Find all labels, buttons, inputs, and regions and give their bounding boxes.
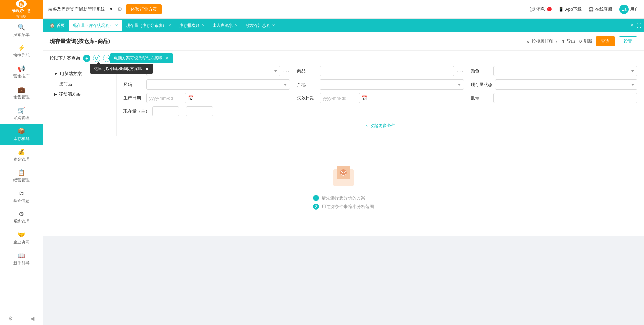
app-download-button[interactable]: 📱 App下载 (558, 6, 582, 12)
goods-dots[interactable]: ··· (457, 68, 464, 75)
expire-date-calendar-icon[interactable]: 📅 (361, 95, 367, 101)
settings-button[interactable]: ⚙ (8, 315, 13, 322)
tab-home[interactable]: 🏠 首页 (46, 20, 69, 31)
sidebar-item-sales[interactable]: 💼销售管理 (0, 83, 43, 103)
size-label: 尺码 (123, 82, 144, 88)
size-field: 尺码 (123, 79, 290, 90)
scheme-desktop-child[interactable]: 按商品 (50, 79, 116, 89)
collapse-button[interactable]: ∧ 收起更多条件 (365, 123, 396, 129)
qty-field: 现存量（主） — (123, 106, 290, 116)
add-scheme-button[interactable]: + (83, 55, 90, 62)
sidebar-item-search[interactable]: 🔍搜索菜单 (0, 20, 43, 41)
sidebar-item-label: 系统管理 (13, 219, 30, 224)
sidebar-item-inventory[interactable]: 📦库存核算 (0, 124, 43, 145)
tab-inventory-dist-label: 现存量（库存分布表） (126, 23, 166, 29)
filter-separator: ∧ 收起更多条件 (123, 120, 637, 131)
batch-label: 批号 (471, 95, 491, 101)
svg-text:畅: 畅 (20, 2, 23, 6)
try-solution-button[interactable]: 体验行业方案 (126, 4, 162, 14)
tab-inventory-status[interactable]: 现存量（库存状况表） ✕ (69, 20, 122, 31)
refresh-button[interactable]: ↺ 刷新 (579, 38, 592, 44)
sidebar-item-marketing[interactable]: 📢营销推广 (0, 62, 43, 83)
filter-area: 电脑方案可设为移动方案哦 ✕ 按以下方案查询 + ↺ « 这里可以创建和修改方案… (43, 51, 644, 136)
sidebar-item-operation[interactable]: 📋经营管理 (0, 166, 43, 186)
message-button[interactable]: 💬 消息 9 (530, 6, 552, 12)
scheme-tree: ▼ 电脑端方案 按商品 ▶ 移动端方案 (50, 66, 117, 136)
goods-input[interactable] (320, 66, 454, 76)
sidebar-footer: ⚙ ◀ (0, 312, 43, 325)
inventory-icon: 📦 (18, 127, 25, 135)
origin-select[interactable] (320, 79, 464, 90)
user-avatar: Ea (619, 5, 629, 14)
tooltip-create-close[interactable]: ✕ (145, 66, 149, 72)
color-select[interactable] (493, 66, 637, 76)
tab-collect-label: 收发存汇总表 (246, 23, 270, 29)
prod-date-input[interactable] (146, 93, 186, 103)
sidebar-item-label: 搜索菜单 (13, 32, 30, 38)
qty-max-input[interactable] (186, 106, 213, 116)
tab-close-flow[interactable]: ✕ (235, 23, 238, 28)
tab-close-inventory-status[interactable]: ✕ (115, 23, 118, 28)
set-button[interactable]: 设置 (619, 36, 637, 46)
origin-label: 产地 (297, 82, 317, 88)
filter-row-4: 现存量（主） — (123, 106, 637, 116)
sidebar-item-collab[interactable]: 🤝企业协同 (0, 228, 43, 249)
batch-input[interactable] (493, 93, 637, 103)
topbar-gear-icon[interactable]: ⚙ (117, 6, 122, 12)
print-icon: 🖨 (526, 39, 530, 44)
goods-label: 商品 (297, 68, 317, 74)
collab-icon: 🤝 (18, 231, 25, 238)
collapse-sidebar-button[interactable]: ◀ (30, 315, 34, 322)
topbar: 装备及固定资产辅助管理系统 ▼ ⚙ 体验行业方案 💬 消息 9 📱 App下载 … (43, 0, 644, 19)
export-button[interactable]: ⬆ 导出 (561, 38, 575, 44)
prod-date-calendar-icon[interactable]: 📅 (188, 95, 194, 101)
warehouse-select[interactable] (146, 66, 280, 76)
tab-inventory-dist[interactable]: 现存量（库存分布表） ✕ (122, 20, 175, 31)
system-icon: ⚙ (19, 210, 24, 218)
tab-close-collect[interactable]: ✕ (272, 23, 275, 28)
tab-expand-icon[interactable]: ⛶ (637, 23, 641, 28)
stock-status-field: 现存量状态 (471, 79, 637, 90)
refresh-scheme-button[interactable]: ↺ (93, 55, 100, 62)
tab-flow[interactable]: 出入库流水 ✕ (209, 20, 242, 31)
tab-close-all-icon[interactable]: ✕ (630, 23, 634, 28)
sidebar-nav: 🔍搜索菜单 ⚡快捷导航 📢营销推广 💼销售管理 🛒采购管理 📦库存核算 💰资金管… (0, 19, 43, 312)
sidebar-item-finance[interactable]: 💰资金管理 (0, 145, 43, 166)
support-label: 在线客服 (595, 6, 612, 12)
size-select[interactable] (146, 79, 290, 90)
finance-icon: 💰 (18, 148, 25, 156)
tooltip-create: 这里可以创建和修改方案哦 ✕ (90, 64, 153, 74)
logo-sub: 标准版 (16, 14, 26, 19)
system-chevron[interactable]: ▼ (109, 7, 113, 12)
system-name: 装备及固定资产辅助管理系统 (48, 6, 105, 12)
arrow-right-icon: ▶ (54, 92, 57, 97)
user-area[interactable]: Ea 用户 (619, 5, 639, 14)
tab-close-inventory-dist[interactable]: ✕ (168, 23, 171, 28)
query-button[interactable]: 查询 (596, 36, 615, 46)
sidebar-item-quick[interactable]: ⚡快捷导航 (0, 41, 43, 62)
tab-collect[interactable]: 收发存汇总表 ✕ (242, 20, 279, 31)
online-support-button[interactable]: 🎧 在线客服 (588, 6, 612, 12)
warehouse-dots[interactable]: ··· (283, 68, 290, 75)
tabs-actions: ✕ ⛶ (630, 23, 641, 28)
filter-section-title: 按以下方案查询 (50, 55, 80, 61)
tip-text-1: 请先选择要分析的方案 (322, 195, 365, 201)
tooltip-scheme-close[interactable]: ✕ (165, 56, 169, 61)
expire-date-input[interactable] (320, 93, 360, 103)
tab-home-label: 首页 (57, 23, 65, 29)
scheme-mobile[interactable]: ▶ 移动端方案 (50, 89, 116, 99)
print-button[interactable]: 🖨 按模板打印 ▼ (526, 38, 558, 44)
sidebar-item-guide[interactable]: 📖新手引导 (0, 249, 43, 269)
qty-min-input[interactable] (152, 106, 179, 116)
message-badge: 9 (547, 7, 552, 11)
tab-batch[interactable]: 库存批次账 ✕ (175, 20, 209, 31)
export-icon: ⬆ (561, 39, 565, 44)
sidebar-item-system[interactable]: ⚙系统管理 (0, 207, 43, 228)
tab-close-batch[interactable]: ✕ (202, 23, 205, 28)
scheme-child-label: 按商品 (59, 81, 72, 87)
sidebar-item-basic[interactable]: 🗂基础信息 (0, 186, 43, 207)
filter-row-3: 生产日期 📅 失效日期 📅 (123, 93, 637, 103)
sidebar-item-purchase[interactable]: 🛒采购管理 (0, 103, 43, 124)
sidebar-item-label: 资金管理 (13, 157, 30, 162)
stock-status-select[interactable] (495, 79, 637, 90)
